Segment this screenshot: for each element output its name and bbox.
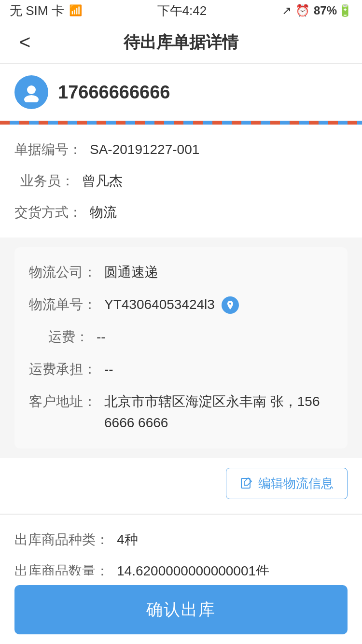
location-active-icon: ↗: [282, 4, 292, 17]
battery-icon: 🔋: [338, 4, 352, 17]
delivery-method-row: 交货方式： 物流: [14, 202, 348, 224]
map-pin-icon[interactable]: [222, 296, 239, 314]
customer-header: 17666666666: [0, 64, 362, 121]
order-no-row: 单据编号： SA-20191227-001: [14, 139, 348, 161]
status-time: 下午4:42: [157, 2, 207, 19]
edit-icon: [240, 477, 253, 490]
status-bar: 无 SIM 卡 📶 下午4:42 ↗ ⏰ 87% 🔋: [0, 0, 362, 21]
freight-bearer-label: 运费承担：: [29, 359, 104, 380]
logistics-card: 物流公司： 圆通速递 物流单号： YT43064053424l3 运费： -- …: [14, 247, 348, 448]
delivery-method-label: 交货方式：: [14, 202, 90, 224]
back-button[interactable]: <: [14, 27, 35, 58]
freight-bearer-value: --: [104, 359, 333, 380]
logistics-company-value: 圆通速递: [104, 262, 333, 283]
freight-label: 运费：: [29, 326, 97, 348]
dashed-divider: [0, 121, 362, 125]
carrier-text: 无 SIM 卡: [10, 2, 64, 19]
confirm-btn-container: 确认出库: [0, 575, 362, 644]
delivery-method-value: 物流: [90, 202, 348, 224]
page-title: 待出库单据详情: [124, 31, 238, 54]
tracking-no-row: 物流单号： YT43064053424l3: [29, 294, 333, 316]
edit-btn-container: 编辑物流信息: [0, 458, 362, 514]
salesman-label: 业务员：: [14, 170, 82, 192]
battery-indicator: 87% 🔋: [314, 4, 352, 17]
order-no-value: SA-20191227-001: [90, 139, 348, 161]
product-types-row: 出库商品种类： 4种: [14, 529, 348, 551]
logistics-company-row: 物流公司： 圆通速递: [29, 262, 333, 283]
address-value: 北京市市辖区海淀区永丰南 张，156 6666 6666: [104, 391, 333, 434]
salesman-value: 曾凡杰: [82, 170, 348, 192]
avatar: [14, 75, 48, 109]
edit-logistics-button[interactable]: 编辑物流信息: [226, 468, 348, 499]
customer-phone: 17666666666: [58, 82, 170, 103]
freight-value: --: [97, 326, 333, 348]
nav-bar: < 待出库单据详情: [0, 21, 362, 64]
salesman-row: 业务员： 曾凡杰: [14, 170, 348, 192]
order-no-label: 单据编号：: [14, 139, 90, 161]
freight-row: 运费： --: [29, 326, 333, 348]
alarm-icon: ⏰: [295, 4, 310, 17]
product-types-value: 4种: [117, 529, 348, 551]
address-row: 客户地址： 北京市市辖区海淀区永丰南 张，156 6666 6666: [29, 391, 333, 434]
confirm-outbound-button[interactable]: 确认出库: [14, 585, 348, 634]
product-types-label: 出库商品种类：: [14, 529, 117, 551]
logistics-company-label: 物流公司：: [29, 262, 104, 283]
svg-point-0: [27, 85, 36, 94]
address-label: 客户地址：: [29, 391, 104, 413]
status-right: ↗ ⏰ 87% 🔋: [282, 4, 352, 17]
wifi-icon: 📶: [69, 4, 82, 17]
tracking-no-label: 物流单号：: [29, 294, 104, 316]
freight-bearer-row: 运费承担： --: [29, 359, 333, 380]
content-wrapper: 17666666666 单据编号： SA-20191227-001 业务员： 曾…: [0, 64, 362, 644]
order-info-section: 单据编号： SA-20191227-001 业务员： 曾凡杰 交货方式： 物流: [0, 125, 362, 238]
status-left: 无 SIM 卡 📶: [10, 2, 82, 19]
tracking-no-value: YT43064053424l3: [104, 294, 333, 316]
svg-point-1: [24, 95, 39, 102]
